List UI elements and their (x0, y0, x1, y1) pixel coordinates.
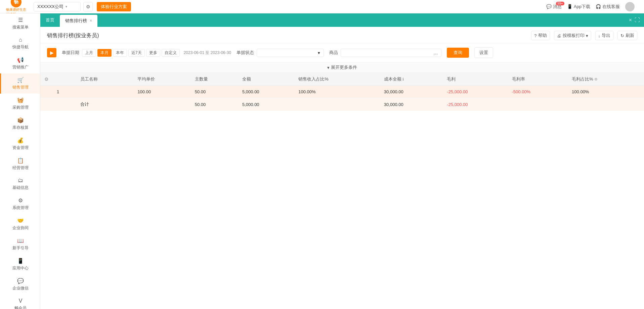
row-amount: 5,000.00 (238, 86, 294, 98)
page-actions: ? 帮助 🖨 按模板打印 ▾ ↓ 导出 ↻ (531, 31, 637, 40)
sidebar: ☰ 搜索菜单 ⌂ 快捷导航 📢 营销推广 🛒 销售管理 🧺 采购管理 📦 库 (0, 13, 40, 309)
table-header-row: ⚙ 员工名称 平均单价 主数量 全额 销售收入占比% 成本全额 ℹ (40, 73, 644, 86)
trial-button[interactable]: 体验行业方案 (97, 2, 131, 11)
expand-conditions-button[interactable]: ▾ 展开更多条件 (327, 64, 357, 70)
cost-info-icon[interactable]: ℹ (402, 77, 404, 81)
member-icon: V (19, 298, 23, 304)
search-menu-icon: ☰ (18, 17, 23, 23)
help-button[interactable]: ? 帮助 (531, 31, 550, 40)
sidebar-item-system[interactable]: ⚙ 系统管理 (0, 194, 40, 214)
help-icon: ? (534, 33, 536, 38)
settings-filter-button[interactable]: 设置 (474, 47, 493, 58)
sidebar-item-inventory[interactable]: 📦 库存核算 (0, 114, 40, 134)
app-download-button[interactable]: 📱 App下载 (567, 4, 590, 10)
row-settings-col (40, 86, 53, 98)
avatar[interactable] (625, 2, 635, 11)
tab-sales-rank-label: 销售排行榜 (65, 18, 87, 24)
sidebar-item-quicknav[interactable]: ⌂ 快捷导航 (0, 34, 40, 53)
sidebar-item-label: 库存核算 (12, 125, 29, 131)
notice-button[interactable]: 💬 消息 99+ (546, 4, 562, 10)
filter-area: ▶ 单据日期 上月 本月 本年 近7天 更多 自定义 (40, 43, 644, 62)
refresh-button[interactable]: ↻ 刷新 (617, 31, 637, 40)
appcenter-icon: 📱 (17, 258, 24, 264)
marketing-icon: 📢 (17, 57, 24, 63)
data-table: ⚙ 员工名称 平均单价 主数量 全额 销售收入占比% 成本全额 ℹ (40, 73, 644, 111)
sidebar-item-basics[interactable]: 🗂 基础信息 (0, 174, 40, 194)
col-amount: 全额 (238, 73, 294, 86)
col-avg-price: 平均单价 (133, 73, 190, 86)
date-btn-last-month[interactable]: 上月 (82, 49, 96, 57)
online-service-button[interactable]: 🎧 在线客服 (596, 4, 620, 10)
date-filter-label: 单据日期 (62, 50, 79, 56)
query-button[interactable]: 查询 (447, 48, 469, 58)
export-button[interactable]: ↓ 导出 (595, 31, 614, 40)
sidebar-item-guide[interactable]: 📖 新手引导 (0, 234, 40, 254)
date-btn-this-month[interactable]: 本月 (97, 49, 112, 57)
tab-home[interactable]: 首页 (40, 13, 60, 27)
tab-bar-right: × ⛶ (629, 17, 644, 23)
sidebar-item-finance[interactable]: 💰 资金管理 (0, 134, 40, 154)
sales-icon: 🛒 (17, 77, 24, 83)
col-rank (53, 73, 76, 86)
row-avg-price: 100.00 (133, 86, 190, 98)
template-print-button[interactable]: 🖨 按模板打印 ▾ (554, 31, 591, 40)
sidebar-item-purchase[interactable]: 🧺 采购管理 (0, 94, 40, 114)
tab-sales-rank[interactable]: 销售排行榜 × (60, 15, 97, 27)
sidebar-item-search[interactable]: ☰ 搜索菜单 (0, 13, 40, 34)
date-btn-last-7days[interactable]: 近7天 (128, 49, 145, 57)
sidebar-item-label: 新手引导 (12, 245, 29, 251)
goods-select[interactable]: … (341, 49, 441, 57)
sidebar-item-sales[interactable]: 🛒 销售管理 (0, 73, 40, 94)
print-icon: 🖨 (557, 33, 561, 38)
main-area: ☰ 搜索菜单 ⌂ 快捷导航 📢 营销推广 🛒 销售管理 🧺 采购管理 📦 库 (0, 13, 644, 309)
sidebar-item-wechat[interactable]: 💬 企业微信 (0, 274, 40, 295)
sidebar-item-label: 搜索菜单 (12, 24, 29, 30)
sidebar-item-label: 系统管理 (12, 205, 29, 211)
status-select[interactable]: ▾ (257, 49, 324, 57)
sidebar-item-enterprise[interactable]: 🤝 企业协同 (0, 214, 40, 234)
date-btn-this-year[interactable]: 本年 (113, 49, 127, 57)
col-gross-pct: 毛利占比% ⚙ (568, 73, 644, 86)
fullscreen-icon[interactable]: ⛶ (635, 17, 640, 23)
date-btn-custom[interactable]: 自定义 (162, 49, 180, 57)
col-settings[interactable]: ⚙ (40, 73, 53, 86)
tab-close-icon[interactable]: × (90, 18, 92, 23)
filter-row: ▶ 单据日期 上月 本月 本年 近7天 更多 自定义 (47, 47, 637, 58)
settings-button[interactable]: ⚙ (83, 2, 93, 11)
status-chevron-icon: ▾ (318, 50, 320, 55)
chevron-down-icon: ▾ (66, 5, 67, 8)
refresh-icon: ↻ (620, 33, 624, 38)
system-icon: ⚙ (18, 197, 23, 204)
export-icon: ↓ (598, 33, 601, 38)
sidebar-item-label: 快捷导航 (12, 44, 29, 50)
sidebar-item-label: 资金管理 (12, 145, 29, 151)
sidebar-item-label: 企业协同 (12, 225, 29, 231)
sidebar-item-member[interactable]: V 畅会员 (0, 295, 40, 309)
gross-pct-info-icon[interactable]: ⚙ (594, 77, 598, 81)
content-area: 首页 销售排行榜 × × ⛶ 销售排行榜(按业务员) (40, 13, 644, 309)
close-tab-icon[interactable]: × (629, 17, 632, 23)
status-filter-label: 单据状态 (237, 50, 254, 56)
company-selector[interactable]: XXXXXX公司 ▾ (34, 2, 81, 11)
sidebar-item-operations[interactable]: 📋 经营管理 (0, 154, 40, 174)
date-btn-more[interactable]: 更多 (146, 49, 160, 57)
row-gross-pct: 100.00% (568, 86, 644, 98)
sidebar-item-appcenter[interactable]: 📱 应用中心 (0, 254, 40, 274)
sidebar-item-label: 基础信息 (12, 185, 29, 191)
row-rank: 1 (53, 86, 76, 98)
filter-expand-arrow[interactable]: ▶ (47, 48, 56, 57)
top-bar: 畅 畅康通好生意 标准版 XXXXXX公司 ▾ ⚙ 体验行业方案 💬 消息 99… (0, 0, 644, 13)
col-gross-rate: 毛利率 (508, 73, 568, 86)
sidebar-item-label: 采购管理 (12, 105, 29, 110)
table-row: 1 100.00 50.00 5,000.00 100.00% 30,000.0… (40, 86, 644, 98)
wechat-icon: 💬 (17, 278, 24, 284)
date-range-display: 2023-06-01 至 2023-06-30 (184, 50, 231, 56)
col-gross-profit: 毛利 (443, 73, 508, 86)
sidebar-item-label: 经营管理 (12, 165, 29, 171)
footer-gross-pct-col (568, 98, 644, 111)
status-filter: 单据状态 ▾ (237, 49, 324, 57)
goods-filter-label: 商品 (329, 50, 338, 56)
sidebar-item-marketing[interactable]: 📢 营销推广 (0, 53, 40, 73)
col-sales-pct: 销售收入占比% (294, 73, 380, 86)
guide-icon: 📖 (17, 238, 24, 244)
